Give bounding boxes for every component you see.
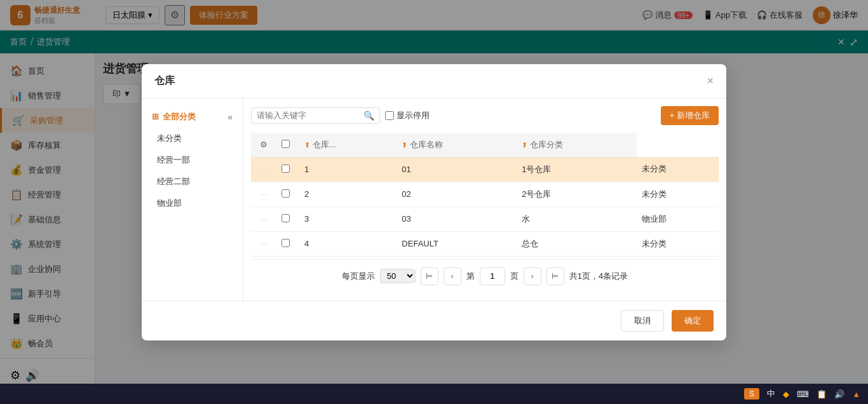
modal-close-button[interactable]: × — [707, 74, 714, 88]
col-checkbox — [276, 133, 299, 158]
prev-page-button[interactable]: ‹ — [444, 267, 461, 285]
status-volume-icon[interactable]: 🔊 — [834, 389, 844, 399]
row-index: 4 — [299, 231, 397, 256]
confirm-button[interactable]: 确定 — [672, 310, 714, 332]
show-disabled-text: 显示停用 — [397, 110, 430, 121]
warehouse-table: ⚙ ⬆ 仓库... ⬆ 仓库名称 — [251, 133, 719, 257]
sort-icon-category: ⬆ — [522, 141, 527, 149]
sort-icon-code: ⬆ — [304, 141, 310, 149]
modal-overlay: 仓库 × ⊞ 全部分类 « 未分类经营一部经营二部物业部 — [0, 0, 868, 404]
status-clipboard-icon[interactable]: 📋 — [817, 389, 827, 399]
modal-title: 仓库 — [154, 74, 175, 88]
row-code: DEFAULT — [397, 231, 517, 256]
col-name: ⬆ 仓库名称 — [397, 133, 517, 158]
per-page-label: 每页显示 — [342, 271, 375, 282]
row-category: 未分类 — [637, 157, 719, 182]
table-row[interactable]: ··· 3 03 水 物业部 — [251, 206, 719, 231]
modal-category-item[interactable]: 物业部 — [142, 192, 243, 214]
col-category: ⬆ 仓库分类 — [517, 133, 637, 158]
first-page-button[interactable]: ⊨ — [421, 267, 438, 285]
show-disabled-label[interactable]: 显示停用 — [385, 110, 430, 121]
grid-icon: ⊞ — [152, 112, 159, 121]
row-checkbox[interactable] — [276, 182, 299, 206]
col-code: ⬆ 仓库... — [299, 133, 397, 158]
modal-sidebar: ⊞ 全部分类 « 未分类经营一部经营二部物业部 — [142, 98, 243, 300]
page-label: 第 — [466, 271, 475, 282]
row-category: 未分类 — [637, 182, 719, 206]
row-category: 未分类 — [637, 231, 719, 256]
modal-category-item[interactable]: 未分类 — [142, 128, 243, 149]
search-input-wrap: 🔍 — [251, 107, 380, 124]
modal-category-item[interactable]: 经营二部 — [142, 171, 243, 192]
status-dot-icon: ◆ — [783, 389, 789, 399]
page-suffix: 页 — [510, 271, 519, 282]
row-checkbox[interactable] — [276, 231, 299, 256]
warehouse-modal: 仓库 × ⊞ 全部分类 « 未分类经营一部经营二部物业部 — [142, 64, 726, 340]
status-up-icon[interactable]: ▲ — [852, 389, 860, 399]
search-input[interactable] — [257, 111, 363, 120]
row-code: 01 — [397, 157, 517, 182]
col-settings: ⚙ — [251, 133, 276, 158]
modal-sidebar-header[interactable]: ⊞ 全部分类 « — [142, 106, 243, 128]
row-actions: ··· — [251, 157, 276, 182]
row-index: 1 — [299, 157, 397, 182]
modal-category-item[interactable]: 经营一部 — [142, 149, 243, 171]
all-category-label: 全部分类 — [163, 111, 196, 123]
next-page-button[interactable]: › — [524, 267, 541, 285]
pagination: 每页显示 50100200 ⊨ ‹ 第 页 › ⊨ 共1页，4条记录 — [251, 259, 719, 293]
status-zh-icon[interactable]: 中 — [767, 388, 775, 400]
modal-body: ⊞ 全部分类 « 未分类经营一部经营二部物业部 🔍 显示停用 — [142, 98, 726, 300]
last-page-button[interactable]: ⊨ — [546, 267, 564, 285]
per-page-select[interactable]: 50100200 — [380, 269, 416, 283]
row-code: 02 — [397, 182, 517, 206]
modal-toolbar: 🔍 显示停用 + 新增仓库 — [251, 106, 719, 125]
row-index: 3 — [299, 206, 397, 231]
row-checkbox[interactable] — [276, 206, 299, 231]
table-row[interactable]: ··· 4 DEFAULT 总仓 未分类 — [251, 231, 719, 256]
table-row[interactable]: ··· 2 02 2号仓库 未分类 — [251, 182, 719, 206]
row-checkbox[interactable] — [276, 157, 299, 182]
row-actions: ··· — [251, 231, 276, 256]
row-name: 水 — [517, 206, 637, 231]
show-disabled-checkbox[interactable] — [385, 111, 394, 120]
row-name: 1号仓库 — [517, 157, 637, 182]
row-index: 2 — [299, 182, 397, 206]
select-all-checkbox[interactable] — [281, 140, 290, 148]
row-name: 2号仓库 — [517, 182, 637, 206]
modal-category-list: 未分类经营一部经营二部物业部 — [142, 128, 243, 214]
status-lang-icon[interactable]: S — [744, 388, 759, 400]
search-icon[interactable]: 🔍 — [363, 111, 374, 121]
cancel-button[interactable]: 取消 — [621, 310, 664, 332]
table-row[interactable]: ··· 1 01 1号仓库 未分类 — [251, 157, 719, 182]
new-warehouse-button[interactable]: + 新增仓库 — [661, 106, 719, 125]
status-keyboard-icon[interactable]: ⌨ — [797, 389, 809, 399]
row-name: 总仓 — [517, 231, 637, 256]
table-body: ··· 1 01 1号仓库 未分类 ··· 2 02 2号仓库 未分类 ··· — [251, 157, 719, 256]
row-code: 03 — [397, 206, 517, 231]
table-header-row: ⚙ ⬆ 仓库... ⬆ 仓库名称 — [251, 133, 719, 158]
total-label: 共1页，4条记录 — [569, 271, 628, 282]
page-input[interactable] — [480, 267, 505, 285]
status-bar: S 中 ◆ ⌨ 📋 🔊 ▲ — [0, 384, 868, 404]
row-actions: ··· — [251, 206, 276, 231]
modal-main: 🔍 显示停用 + 新增仓库 ⚙ — [243, 98, 726, 300]
sort-icon-name: ⬆ — [402, 141, 407, 149]
row-actions: ··· — [251, 182, 276, 206]
modal-header: 仓库 × — [142, 64, 726, 98]
modal-footer: 取消 确定 — [142, 300, 726, 340]
collapse-sidebar-button[interactable]: « — [227, 112, 233, 122]
row-category: 物业部 — [637, 206, 719, 231]
